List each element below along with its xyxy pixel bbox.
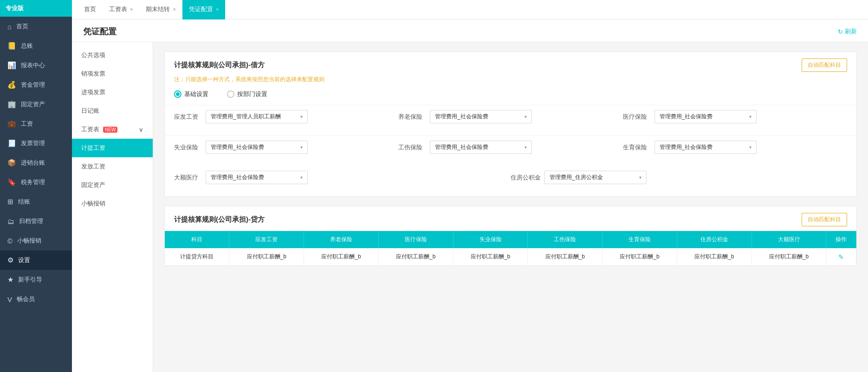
left-menu-sales-invoice[interactable]: 销项发票 [72,64,153,83]
chevron-down-icon-6: ▾ [749,145,751,150]
left-menu-fixed-assets[interactable]: 固定资产 [72,176,153,194]
field-medical-select[interactable]: 管理费用_社会保险费 ▾ [654,110,757,123]
debit-auto-match-button[interactable]: 自动匹配科目 [802,58,847,72]
field-medical-value: 管理费用_社会保险费 [660,113,713,121]
credit-table: 科目 应发工资 养老保险 医疗保险 失业保险 工伤保险 生育保险 住房公积金 大… [165,231,856,265]
field-housing-fund-value: 管理费用_住房公积金 [550,173,603,181]
chevron-down-icon-7: ▾ [300,175,303,180]
field-unemployment-select[interactable]: 管理费用_社会保险费 ▾ [206,141,308,154]
field-medical-label: 医疗保险 [623,113,651,121]
debit-section: 计提核算规则(公司承担)-借方 自动匹配科目 注：只能选择一种方式，系统将按照您… [164,51,857,197]
sidebar-item-assets-label: 固定资产 [21,100,45,109]
sidebar-item-member[interactable]: V 畅会员 [0,289,72,309]
left-menu-purchase-invoice[interactable]: 进项发票 [72,83,153,102]
sidebar-item-guide[interactable]: ★ 新手引导 [0,270,72,289]
tab-salary-table[interactable]: 工资表 × [103,0,139,19]
cell-medical: 应付职工薪酬_b [378,248,453,265]
left-menu-pay-salary[interactable]: 发放工资 [72,157,153,176]
field-big-medical-select[interactable]: 管理费用_社会保险费 ▾ [206,171,308,184]
sidebar: 专业版 ⌂ 首页 📒 总账 📊 报表中心 💰 资金管理 🏢 固定资产 💼 工资 … [0,0,72,372]
invoice-icon: 🧾 [7,139,16,148]
cell-action[interactable]: ✎ [826,248,856,265]
report-icon: 📊 [7,61,16,70]
cell-subject: 计提贷方科目 [165,248,229,265]
left-menu-calc-salary[interactable]: 计提工资 [72,139,153,157]
guide-icon: ★ [7,276,13,284]
field-pension-value: 管理费用_社会保险费 [435,113,488,121]
edit-icon[interactable]: ✎ [838,253,844,261]
radio-basic-label: 基础设置 [184,90,208,98]
sidebar-item-settings-label: 设置 [18,256,30,264]
refresh-icon: ↻ [838,28,843,35]
left-menu-xiaochang-expense-label: 小畅报销 [81,199,105,208]
tab-bar: 首页 工资表 × 期末结转 × 凭证配置 × [72,0,868,19]
left-menu-public[interactable]: 公共选项 [72,46,153,64]
tab-salary-table-close[interactable]: × [130,6,133,12]
sidebar-item-assets[interactable]: 🏢 固定资产 [0,95,72,114]
sidebar-item-report[interactable]: 📊 报表中心 [0,56,72,75]
field-work-injury-select[interactable]: 管理费用_社会保险费 ▾ [430,141,532,154]
refresh-button[interactable]: ↻ 刷新 [838,27,857,36]
field-medical: 医疗保险 管理费用_社会保险费 ▾ [623,105,847,128]
field-pension-select[interactable]: 管理费用_社会保险费 ▾ [430,110,532,123]
tab-voucher-config[interactable]: 凭证配置 × [182,0,225,19]
field-maternity: 生育保险 管理费用_社会保险费 ▾ [623,136,847,159]
sidebar-item-ledger-label: 总账 [21,42,33,50]
tab-home-label: 首页 [84,5,96,13]
col-medical: 医疗保险 [378,231,453,248]
sidebar-item-funds-label: 资金管理 [21,81,45,89]
credit-section-header: 计提核算规则(公司承担)-贷方 自动匹配科目 [165,206,856,231]
table-header-row: 科目 应发工资 养老保险 医疗保险 失业保险 工伤保险 生育保险 住房公积金 大… [165,231,856,248]
content-area: 公共选项 销项发票 进项发票 日记账 工资表 NEW ∨ 计提工资 [72,42,868,372]
radio-dept[interactable]: 按部门设置 [227,90,267,98]
sidebar-item-ledger[interactable]: 📒 总账 [0,36,72,56]
cell-pension: 应付职工薪酬_b [304,248,379,265]
field-housing-fund-select[interactable]: 管理费用_住房公积金 ▾ [544,171,647,184]
field-wage-select[interactable]: 管理费用_管理人员职工薪酬 ▾ [206,110,308,123]
sidebar-item-funds[interactable]: 💰 资金管理 [0,75,72,95]
sidebar-item-xiaochang[interactable]: © 小畅报销 [0,231,72,250]
col-action: 操作 [826,231,856,248]
field-big-medical: 大额医疗 管理费用_社会保险费 ▾ [174,166,511,189]
credit-section-title: 计提核算规则(公司承担)-贷方 [174,215,265,224]
left-menu-calc-salary-label: 计提工资 [81,144,105,152]
tab-home[interactable]: 首页 [78,0,103,19]
radio-basic-circle [174,90,181,98]
sidebar-item-salary[interactable]: 💼 工资 [0,114,72,134]
field-maternity-select[interactable]: 管理费用_社会保险费 ▾ [654,141,757,154]
sidebar-item-purchase[interactable]: 📦 进销台账 [0,153,72,173]
left-menu-salary-table[interactable]: 工资表 NEW ∨ [72,120,153,139]
field-wage-value: 管理费用_管理人员职工薪酬 [211,113,281,121]
chevron-down-icon-3: ▾ [749,114,751,119]
sidebar-item-archive[interactable]: 🗂 归档管理 [0,212,72,231]
sidebar-item-home[interactable]: ⌂ 首页 [0,17,72,36]
sidebar-item-salary-label: 工资 [21,120,33,128]
sidebar-item-invoice[interactable]: 🧾 发票管理 [0,134,72,153]
sidebar-item-close[interactable]: ⊞ 结账 [0,192,72,212]
sidebar-item-tax-label: 税务管理 [21,178,45,186]
salary-icon: 💼 [7,120,16,128]
sidebar-item-purchase-label: 进销台账 [21,159,45,167]
sidebar-item-xiaochang-label: 小畅报销 [17,237,41,245]
left-menu-journal[interactable]: 日记账 [72,102,153,120]
field-housing-fund-label: 住房公积金 [511,173,541,182]
home-icon: ⌂ [7,23,12,31]
credit-auto-match-button[interactable]: 自动匹配科目 [802,213,847,226]
tab-voucher-config-close[interactable]: × [216,6,219,12]
col-maternity: 生育保险 [602,231,677,248]
left-menu-xiaochang-expense[interactable]: 小畅报销 [72,194,153,213]
radio-basic[interactable]: 基础设置 [174,90,208,98]
field-unemployment-value: 管理费用_社会保险费 [211,143,264,151]
col-pension: 养老保险 [304,231,379,248]
field-pension-label: 养老保险 [398,113,426,121]
tab-period-close[interactable]: 期末结转 × [139,0,182,19]
sidebar-item-settings[interactable]: ⚙ 设置 [0,250,72,270]
expand-icon: ∨ [139,126,143,133]
field-maternity-label: 生育保险 [623,143,651,152]
funds-icon: 💰 [7,81,16,89]
assets-icon: 🏢 [7,100,16,109]
tab-period-close-close[interactable]: × [173,6,175,12]
sidebar-item-tax[interactable]: 🔖 税务管理 [0,173,72,192]
cell-unemployment: 应付职工薪酬_b [453,248,528,265]
col-unemployment: 失业保险 [453,231,528,248]
